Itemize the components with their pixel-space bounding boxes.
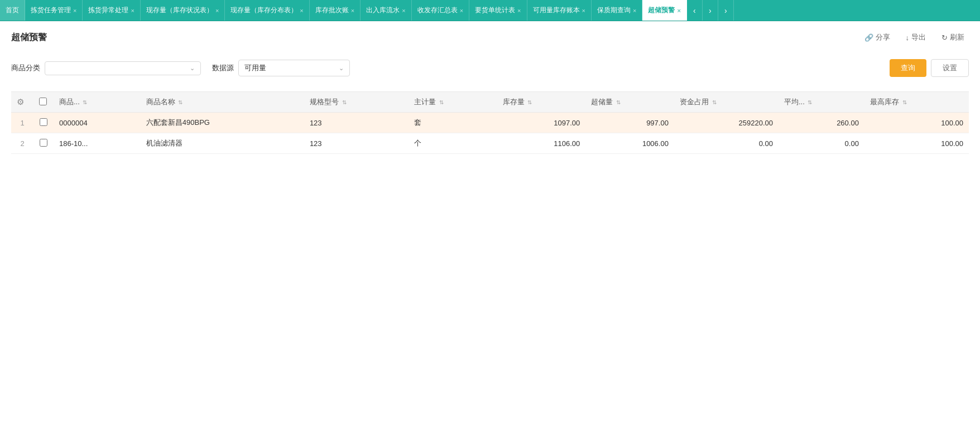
col-stock[interactable]: 库存量 ⇅ xyxy=(497,92,586,113)
sort-stock-icon: ⇅ xyxy=(527,99,532,105)
sort-spec-icon: ⇅ xyxy=(342,99,347,105)
nav-tab-stock-status-close[interactable]: × xyxy=(215,7,219,14)
nav-tab-summary-close[interactable]: × xyxy=(460,7,463,14)
row-stock: 1106.00 xyxy=(497,133,586,154)
nav-tab-stock-dist[interactable]: 现存量（库存分布表） × xyxy=(225,0,309,21)
top-navigation: 首页 拣货任务管理 × 拣货异常处理 × 现存量（库存状况表） × 现存量（库存… xyxy=(0,0,980,21)
refresh-label: 刷新 xyxy=(950,32,964,42)
nav-tab-batch[interactable]: 库存批次账 × xyxy=(310,0,361,21)
row-capital: 0.00 xyxy=(674,133,779,154)
col-max-stock[interactable]: 最高库存 ⇅ xyxy=(864,92,969,113)
header-actions: 🔗 分享 ↓ 导出 ↻ 刷新 xyxy=(860,30,969,45)
row-checkbox[interactable] xyxy=(40,118,47,126)
share-button[interactable]: 🔗 分享 xyxy=(860,30,895,45)
filter-buttons: 查询 设置 xyxy=(890,59,969,77)
row-avg: 260.00 xyxy=(779,113,864,133)
row-over-stock: 1006.00 xyxy=(585,133,674,154)
datasource-dropdown-arrow: ⌄ xyxy=(339,65,344,72)
page-content: 超储预警 🔗 分享 ↓ 导出 ↻ 刷新 商品分类 ⌄ 数据源 xyxy=(0,21,980,446)
nav-tab-expiry[interactable]: 保质期查询 × xyxy=(592,0,642,21)
col-unit[interactable]: 主计量 ⇅ xyxy=(409,92,497,113)
sort-product-code-icon: ⇅ xyxy=(83,99,87,105)
category-label: 商品分类 xyxy=(11,63,40,73)
nav-tab-home[interactable]: 首页 xyxy=(0,0,25,21)
nav-tab-summary[interactable]: 收发存汇总表 × xyxy=(412,0,469,21)
row-num: 2 xyxy=(11,133,33,154)
row-max-stock: 100.00 xyxy=(864,133,969,154)
category-select[interactable]: ⌄ xyxy=(45,61,201,75)
nav-tab-available[interactable]: 可用量库存账本 × xyxy=(527,0,592,21)
nav-next-arrow[interactable]: › xyxy=(703,0,718,21)
nav-tab-summary-label: 收发存汇总表 xyxy=(417,6,458,15)
nav-tab-available-label: 可用量库存账本 xyxy=(533,6,580,15)
export-button[interactable]: ↓ 导出 xyxy=(901,30,931,45)
sort-unit-icon: ⇅ xyxy=(439,99,444,105)
sort-capital-icon: ⇅ xyxy=(712,99,717,105)
nav-tab-expiry-close[interactable]: × xyxy=(633,7,636,14)
nav-tab-home-label: 首页 xyxy=(6,6,19,15)
col-capital[interactable]: 资金占用 ⇅ xyxy=(674,92,779,113)
nav-tab-overstock[interactable]: 超储预警 × xyxy=(642,0,686,21)
row-product-code: 186-10... xyxy=(54,133,141,154)
table-settings-icon[interactable]: ⚙ xyxy=(17,97,24,106)
nav-tab-requisition-label: 要货单统计表 xyxy=(475,6,515,15)
nav-tab-stock-status[interactable]: 现存量（库存状况表） × xyxy=(141,0,225,21)
page-header: 超储预警 🔗 分享 ↓ 导出 ↻ 刷新 xyxy=(11,30,969,45)
row-max-stock: 100.00 xyxy=(864,113,969,133)
nav-tab-pick-exception-label: 拣货异常处理 xyxy=(88,6,128,15)
nav-tab-flow[interactable]: 出入库流水 × xyxy=(361,0,411,21)
select-all-checkbox[interactable] xyxy=(39,98,47,105)
table-row: 1 0000004 六配套新昌490BPG 123 套 1097.00 997.… xyxy=(11,113,969,133)
col-spec[interactable]: 规格型号 ⇅ xyxy=(304,92,409,113)
nav-tab-pick-exception[interactable]: 拣货异常处理 × xyxy=(83,0,140,21)
col-product-code[interactable]: 商品... ⇅ xyxy=(54,92,141,113)
col-over-stock[interactable]: 超储量 ⇅ xyxy=(585,92,674,113)
sort-avg-icon: ⇅ xyxy=(808,99,812,105)
row-unit: 个 xyxy=(409,133,497,154)
col-checkbox xyxy=(33,92,54,113)
col-product-name[interactable]: 商品名称 ⇅ xyxy=(141,92,304,113)
refresh-button[interactable]: ↻ 刷新 xyxy=(937,30,969,45)
sort-product-name-icon: ⇅ xyxy=(178,99,182,105)
nav-tab-requisition[interactable]: 要货单统计表 × xyxy=(469,0,527,21)
page-title: 超储预警 xyxy=(11,32,47,43)
nav-tab-stock-dist-label: 现存量（库存分布表） xyxy=(230,6,297,15)
col-settings: ⚙ xyxy=(11,92,33,113)
nav-tab-pick-task-close[interactable]: × xyxy=(73,7,76,14)
nav-tab-batch-close[interactable]: × xyxy=(351,7,354,14)
nav-tab-flow-close[interactable]: × xyxy=(402,7,405,14)
datasource-select[interactable]: 可用量 ⌄ xyxy=(238,60,350,76)
nav-tab-stock-status-label: 现存量（库存状况表） xyxy=(146,6,213,15)
row-product-code: 0000004 xyxy=(54,113,141,133)
nav-tab-requisition-close[interactable]: × xyxy=(517,7,521,14)
nav-tab-stock-dist-close[interactable]: × xyxy=(300,7,303,14)
nav-tab-pick-task[interactable]: 拣货任务管理 × xyxy=(25,0,83,21)
row-checkbox[interactable] xyxy=(40,139,47,147)
sort-over-stock-icon: ⇅ xyxy=(616,99,621,105)
table-header-row: ⚙ 商品... ⇅ 商品名称 ⇅ 规格型号 ⇅ 主计量 xyxy=(11,92,969,113)
settings-button[interactable]: 设置 xyxy=(931,59,969,77)
nav-tab-overstock-close[interactable]: × xyxy=(677,7,680,14)
nav-prev-arrow[interactable]: ‹ xyxy=(687,0,703,21)
table-row: 2 186-10... 机油滤清器 123 个 1106.00 1006.00 … xyxy=(11,133,969,154)
datasource-label: 数据源 xyxy=(212,63,234,73)
row-product-name: 六配套新昌490BPG xyxy=(141,113,304,133)
filter-bar: 商品分类 ⌄ 数据源 可用量 ⌄ 查询 设置 xyxy=(11,54,969,83)
datasource-select-value: 可用量 xyxy=(244,63,266,73)
query-button[interactable]: 查询 xyxy=(890,59,926,77)
row-checkbox-cell xyxy=(33,133,54,154)
nav-tab-available-close[interactable]: × xyxy=(582,7,585,14)
category-dropdown-arrow: ⌄ xyxy=(190,65,195,72)
nav-more-arrow[interactable]: › xyxy=(718,0,734,21)
row-unit: 套 xyxy=(409,113,497,133)
row-spec: 123 xyxy=(304,133,409,154)
nav-tab-pick-task-label: 拣货任务管理 xyxy=(31,6,71,15)
row-capital: 259220.00 xyxy=(674,113,779,133)
row-over-stock: 997.00 xyxy=(585,113,674,133)
refresh-icon: ↻ xyxy=(941,33,948,42)
col-avg[interactable]: 平均... ⇅ xyxy=(779,92,864,113)
nav-tab-batch-label: 库存批次账 xyxy=(315,6,349,15)
nav-tab-pick-exception-close[interactable]: × xyxy=(131,7,134,14)
row-spec: 123 xyxy=(304,113,409,133)
sort-max-stock-icon: ⇅ xyxy=(902,99,907,105)
